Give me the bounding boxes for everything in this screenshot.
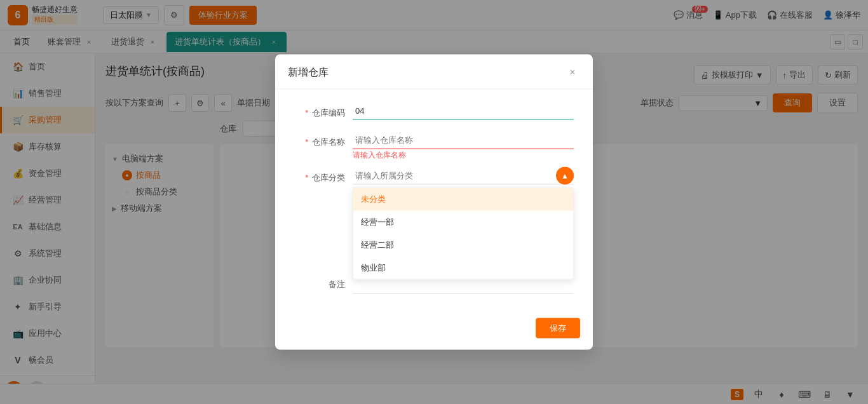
add-warehouse-modal: 新增仓库 × * 仓库编码 * 仓库名称 请输入仓库名称 * [275, 55, 593, 350]
warehouse-code-label: * 仓库编码 [294, 102, 345, 119]
dropdown-item-dept2[interactable]: 经营二部 [353, 234, 573, 257]
warehouse-category-input[interactable] [353, 167, 574, 185]
warehouse-category-select-wrap: ▲ 未分类 经营一部 经营二部 物业部 [353, 167, 574, 185]
modal-title: 新增仓库 [288, 65, 329, 79]
warehouse-name-error-msg: 请输入仓库名称 [353, 150, 406, 161]
modal-close-button[interactable]: × [565, 65, 580, 80]
warehouse-code-input[interactable] [353, 102, 574, 120]
warehouse-code-row: * 仓库编码 [294, 102, 574, 120]
modal-body: * 仓库编码 * 仓库名称 请输入仓库名称 * 仓库分类 [275, 90, 593, 312]
warehouse-name-row: * 仓库名称 请输入仓库名称 [294, 131, 574, 149]
up-arrow-icon: ▲ [561, 172, 569, 180]
warehouse-name-label: * 仓库名称 [294, 131, 345, 148]
dropdown-item-dept1[interactable]: 经营一部 [353, 211, 573, 234]
warehouse-category-label: * 仓库分类 [294, 167, 345, 184]
warehouse-category-dropdown: 未分类 经营一部 经营二部 物业部 [353, 187, 574, 280]
warehouse-category-arrow[interactable]: ▲ [556, 167, 574, 185]
modal-header: 新增仓库 × [275, 55, 593, 90]
warehouse-name-input[interactable] [353, 131, 574, 149]
remark-label: 备注 [294, 274, 345, 290]
modal-footer: 保存 [275, 312, 593, 350]
dropdown-item-property[interactable]: 物业部 [353, 257, 573, 279]
save-button[interactable]: 保存 [536, 318, 580, 339]
warehouse-category-row: * 仓库分类 ▲ 未分类 经营一部 经营二部 物业部 [294, 167, 574, 185]
dropdown-item-uncategorized[interactable]: 未分类 [353, 188, 573, 211]
